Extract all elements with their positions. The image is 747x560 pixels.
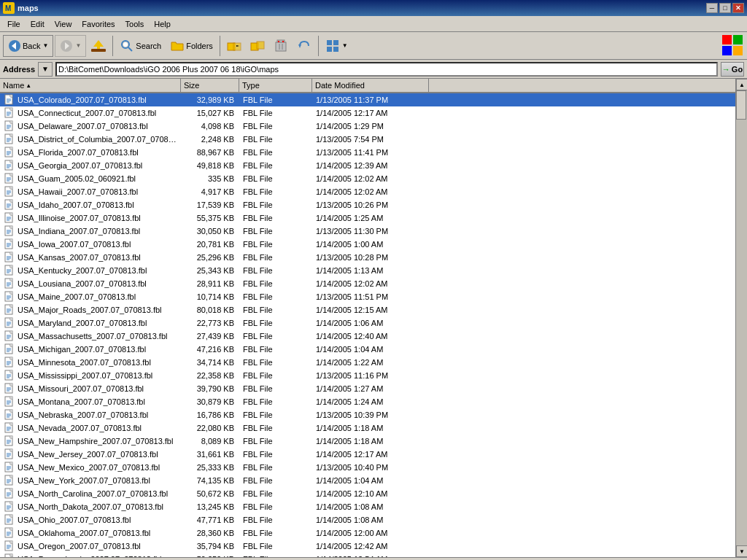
table-row[interactable]: USA_North_Carolina_2007.07_070813.fbl 50… <box>0 487 735 500</box>
table-row[interactable]: USA_Minnesota_2007.07_070813.fbl 34,714 … <box>0 356 735 369</box>
cell-size: 88,967 KB <box>182 148 240 157</box>
copy-button[interactable] <box>247 35 268 57</box>
svg-rect-13 <box>233 43 241 50</box>
cell-size: 30,050 KB <box>182 227 240 236</box>
table-row[interactable]: USA_Idaho_2007.07_070813.fbl 17,539 KB F… <box>0 198 735 211</box>
table-row[interactable]: USA_Missouri_2007.07_070813.fbl 39,790 K… <box>0 382 735 395</box>
table-row[interactable]: USA_Mississippi_2007.07_070813.fbl 22,35… <box>0 369 735 382</box>
table-row[interactable]: USA_New_Jersey_2007.07_070813.fbl 31,661… <box>0 448 735 461</box>
table-row[interactable]: USA_Kansas_2007.07_070813.fbl 25,296 KB … <box>0 251 735 264</box>
scroll-up-button[interactable]: ▲ <box>736 79 747 90</box>
cell-type: FBL File <box>240 161 313 170</box>
scroll-thumb[interactable] <box>736 90 746 120</box>
svg-rect-48 <box>10 134 12 136</box>
col-header-type[interactable]: Type <box>239 79 312 92</box>
table-row[interactable]: USA_Indiana_2007.07_070813.fbl 30,050 KB… <box>0 225 735 238</box>
menu-tools[interactable]: Tools <box>121 17 149 31</box>
cell-size: 55,375 KB <box>182 214 240 222</box>
cell-type: FBL File <box>240 411 313 419</box>
table-row[interactable]: USA_Georgia_2007.07_070813.fbl 49,818 KB… <box>0 159 735 172</box>
maximize-button[interactable]: □ <box>719 3 731 13</box>
cell-name: USA_Maryland_2007.07_070813.fbl <box>1 317 182 329</box>
col-header-date[interactable]: Date Modified <box>312 79 429 92</box>
scroll-down-button[interactable]: ▼ <box>736 545 747 557</box>
table-row[interactable]: USA_Montana_2007.07_070813.fbl 30,879 KB… <box>0 395 735 408</box>
table-row[interactable]: USA_Colorado_2007.07_070813.fbl 32,989 K… <box>0 93 735 106</box>
go-button[interactable]: → Go <box>721 62 744 77</box>
table-row[interactable]: USA_North_Dakota_2007.07_070813.fbl 13,2… <box>0 500 735 513</box>
cell-date: 1/14/2005 12:02 AM <box>313 279 430 288</box>
views-button[interactable]: ▼ <box>322 35 352 57</box>
cell-size: 22,358 KB <box>182 371 240 380</box>
cell-size: 34,714 KB <box>182 358 240 367</box>
file-icon <box>4 343 15 355</box>
table-row[interactable]: USA_Connecticut_2007.07_070813.fbl 15,02… <box>0 106 735 120</box>
svg-rect-168 <box>10 449 12 451</box>
move-button[interactable] <box>223 35 245 57</box>
toolbar: Back ▼ ▼ Search <box>0 32 747 60</box>
table-row[interactable]: USA_Illinoise_2007.07_070813.fbl 55,375 … <box>0 211 735 225</box>
col-header-size[interactable]: Size <box>181 79 239 92</box>
table-row[interactable]: USA_Iowa_2007.07_070813.fbl 20,781 KB FB… <box>0 238 735 251</box>
close-button[interactable]: ✕ <box>732 3 744 13</box>
table-row[interactable]: USA_Nevada_2007.07_070813.fbl 22,080 KB … <box>0 421 735 435</box>
table-row[interactable]: USA_Massachusetts_2007.07_070813.fbl 27,… <box>0 330 735 343</box>
table-row[interactable]: USA_Oklahoma_2007.07_070813.fbl 28,360 K… <box>0 526 735 540</box>
undo-icon <box>297 39 311 53</box>
table-row[interactable]: USA_Ohio_2007.07_070813.fbl 47,771 KB FB… <box>0 513 735 526</box>
cell-name: USA_Idaho_2007.07_070813.fbl <box>1 199 182 211</box>
table-row[interactable]: USA_District_of_Columbia_2007.07_07081..… <box>0 133 735 146</box>
cell-type: FBL File <box>240 319 313 327</box>
table-row[interactable]: USA_Hawaii_2007.07_070813.fbl 4,917 KB F… <box>0 185 735 198</box>
table-row[interactable]: USA_Delaware_2007.07_070813.fbl 4,098 KB… <box>0 120 735 133</box>
cell-date: 1/14/2005 1:27 AM <box>313 384 430 393</box>
table-row[interactable]: USA_Kentucky_2007.07_070813.fbl 25,343 K… <box>0 264 735 277</box>
menu-favorites[interactable]: Favorites <box>77 17 119 31</box>
search-button[interactable]: Search <box>116 35 165 57</box>
up-button[interactable] <box>88 35 109 57</box>
cell-date: 1/14/2005 12:40 AM <box>313 332 430 341</box>
cell-type: FBL File <box>240 187 313 196</box>
windows-logo <box>721 34 744 58</box>
table-row[interactable]: USA_Florida_2007.07_070813.fbl 88,967 KB… <box>0 146 735 159</box>
table-row[interactable]: USA_Pennsylvania_2007.07_070813.fbl 59,2… <box>0 553 735 557</box>
menu-help[interactable]: Help <box>150 17 175 31</box>
undo-button[interactable] <box>293 35 315 57</box>
table-row[interactable]: USA_Lousiana_2007.07_070813.fbl 28,911 K… <box>0 277 735 290</box>
minimize-button[interactable]: ─ <box>706 3 718 13</box>
addressbar: Address ▼ → Go <box>0 60 747 79</box>
col-header-name[interactable]: Name ▲ <box>0 79 181 92</box>
table-row[interactable]: USA_Michigan_2007.07_070813.fbl 47,216 K… <box>0 343 735 356</box>
cell-type: FBL File <box>240 489 313 498</box>
scroll-track[interactable] <box>736 90 747 545</box>
folders-button[interactable]: Folders <box>166 35 217 57</box>
menu-file[interactable]: File <box>3 17 25 31</box>
cell-type: FBL File <box>240 529 313 537</box>
cell-size: 25,333 KB <box>182 463 240 472</box>
cell-name: USA_New_Mexico_2007.07_070813.fbl <box>1 462 182 473</box>
cell-date: 1/14/2005 12:39 AM <box>313 161 430 170</box>
table-row[interactable]: USA_Major_Roads_2007.07_070813.fbl 80,01… <box>0 303 735 316</box>
table-row[interactable]: USA_Maine_2007.07_070813.fbl 10,714 KB F… <box>0 290 735 303</box>
svg-rect-68 <box>10 187 12 189</box>
table-row[interactable]: USA_Nebraska_2007.07_070813.fbl 16,786 K… <box>0 408 735 421</box>
filename: USA_New_York_2007.07_070813.fbl <box>18 476 150 485</box>
menu-view[interactable]: View <box>50 17 77 31</box>
table-row[interactable]: USA_Oregon_2007.07_070813.fbl 35,794 KB … <box>0 540 735 553</box>
svg-rect-31 <box>733 46 743 55</box>
table-row[interactable]: USA_Maryland_2007.07_070813.fbl 22,773 K… <box>0 316 735 330</box>
table-row[interactable]: USA_New_Mexico_2007.07_070813.fbl 25,333… <box>0 461 735 474</box>
table-row[interactable]: USA_New_Hampshire_2007.07_070813.fbl 8,0… <box>0 435 735 448</box>
menu-edit[interactable]: Edit <box>26 17 49 31</box>
delete-button[interactable] <box>270 35 292 57</box>
forward-button[interactable]: ▼ <box>55 35 86 57</box>
table-row[interactable]: USA_New_York_2007.07_070813.fbl 74,135 K… <box>0 474 735 487</box>
file-icon <box>4 94 15 106</box>
back-button[interactable]: Back ▼ <box>3 35 53 57</box>
table-row[interactable]: USA_Guam_2005.02_060921.fbl 335 KB FBL F… <box>0 172 735 185</box>
address-input[interactable] <box>55 62 718 77</box>
file-list[interactable]: USA_Colorado_2007.07_070813.fbl 32,989 K… <box>0 93 735 557</box>
address-dropdown-button[interactable]: ▼ <box>38 62 53 77</box>
cell-date: 1/13/2005 10:26 PM <box>313 201 430 209</box>
filename: USA_Kansas_2007.07_070813.fbl <box>18 253 141 262</box>
